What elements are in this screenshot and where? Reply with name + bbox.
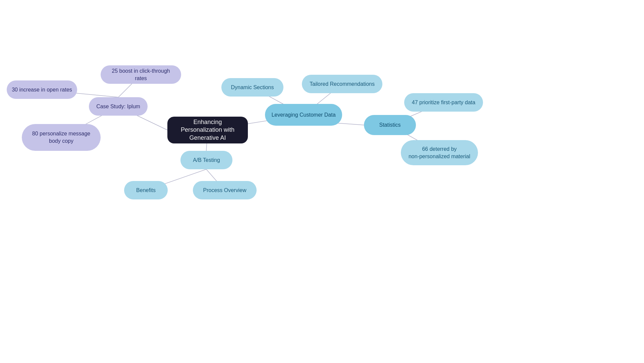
node-statistics[interactable]: Statistics [364,115,416,135]
center-node[interactable]: Enhancing Personalization withGenerative… [167,117,248,143]
node-personalize[interactable]: 80 personalize message body copy [22,124,101,151]
node-open-rates[interactable]: 30 increase in open rates [7,80,77,99]
node-process[interactable]: Process Overview [193,181,257,199]
node-benefits[interactable]: Benefits [124,181,168,199]
node-boost[interactable]: 25 boost in click-through rates [101,65,181,84]
node-tailored[interactable]: Tailored Recommendations [302,75,382,93]
node-ab-testing[interactable]: A/B Testing [180,151,232,169]
connection-lines [0,0,644,363]
node-case-study[interactable]: Case Study: Iplum [89,97,148,116]
node-first-party[interactable]: 47 prioritize first-party data [404,93,483,112]
mindmap-canvas: Enhancing Personalization withGenerative… [0,0,644,363]
node-dynamic[interactable]: Dynamic Sections [221,78,283,97]
node-leveraging[interactable]: Leveraging Customer Data [265,104,342,126]
node-deterred[interactable]: 66 deterred bynon-personalized material [401,140,478,165]
